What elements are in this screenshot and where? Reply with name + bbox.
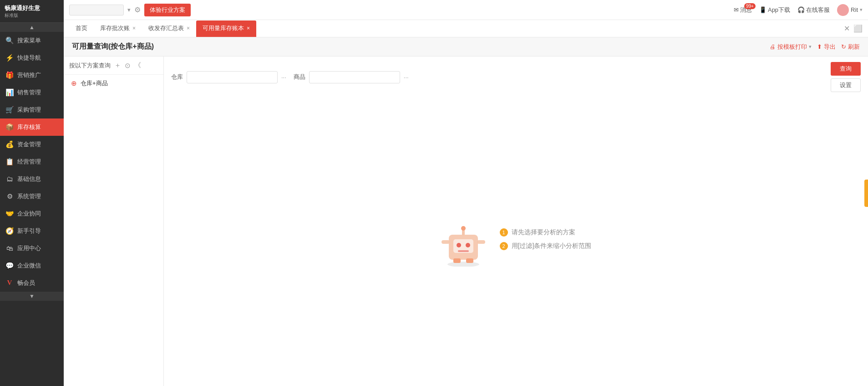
sidebar-item-basic[interactable]: 🗂 基础信息 xyxy=(0,170,64,188)
svg-rect-9 xyxy=(477,240,485,244)
tab-batch[interactable]: 库存批次账 × xyxy=(94,21,142,37)
sidebar-item-search[interactable]: 🔍 搜索菜单 xyxy=(0,32,64,49)
logo-badge: 标准版 xyxy=(5,12,59,19)
tab-available-close[interactable]: × xyxy=(247,25,250,31)
tab-collect[interactable]: 收发存汇总表 × xyxy=(142,21,196,37)
product-more-btn[interactable]: ··· xyxy=(404,74,409,81)
tab-batch-label: 库存批次账 xyxy=(100,24,130,32)
page-actions: 🖨 按模板打印 ▾ ⬆ 导出 ↻ 刷新 xyxy=(770,43,860,51)
step2-num: 2 xyxy=(500,242,508,250)
product-field-group: 商品 ··· xyxy=(294,71,409,83)
sidebar-item-label: 营销推广 xyxy=(17,71,41,79)
sidebar-item-label: 快捷导航 xyxy=(17,54,41,62)
phone-icon: 📱 xyxy=(759,6,766,13)
sidebar-item-enterprise[interactable]: 🤝 企业协同 xyxy=(0,205,64,222)
export-label: 导出 xyxy=(824,43,836,51)
tab-available[interactable]: 可用量库存账本 × xyxy=(196,21,256,37)
avatar xyxy=(837,4,849,16)
scheme-icon: ⊕ xyxy=(71,79,77,87)
chart-icon: 📊 xyxy=(5,88,14,97)
sidebar-item-shortcut[interactable]: ⚡ 快捷导航 xyxy=(0,49,64,67)
sidebar-item-sales[interactable]: 📊 销售管理 xyxy=(0,84,64,101)
industry-btn[interactable]: 体验行业方案 xyxy=(144,4,191,16)
svg-point-0 xyxy=(447,262,479,267)
empty-text: 1 请先选择要分析的方案 2 用[过滤]条件来缩小分析范围 xyxy=(500,228,592,250)
user-menu[interactable]: Rit ▾ xyxy=(837,4,863,16)
scheme-label: 仓库+商品 xyxy=(81,79,108,87)
clipboard-icon: 📋 xyxy=(5,158,14,166)
sidebar: 畅康通好生意 标准版 ▲ 🔍 搜索菜单 ⚡ 快捷导航 🎁 营销推广 📊 销售管理… xyxy=(0,0,64,386)
sidebar-scroll-up[interactable]: ▲ xyxy=(0,23,64,32)
filter-header-label: 按以下方案查询 xyxy=(69,62,111,70)
right-edge-indicator xyxy=(864,180,868,207)
tab-home[interactable]: 首页 xyxy=(69,21,94,37)
member-icon: V xyxy=(5,279,14,287)
sidebar-scroll-down[interactable]: ▼ xyxy=(0,292,64,301)
sidebar-item-purchase[interactable]: 🛒 采购管理 xyxy=(0,101,64,118)
filter-header: 按以下方案查询 ＋ ⊙ 《 xyxy=(64,57,163,75)
filter-panel: 按以下方案查询 ＋ ⊙ 《 ⊕ 仓库+商品 xyxy=(64,57,164,386)
lightning-icon: ⚡ xyxy=(5,54,14,62)
sidebar-item-label: 系统管理 xyxy=(17,192,41,201)
sidebar-item-label: 企业协同 xyxy=(17,210,41,218)
export-icon: ⬆ xyxy=(817,43,822,50)
window-close-icon[interactable]: ✕ xyxy=(844,24,850,33)
user-dropdown-icon: ▾ xyxy=(860,7,863,13)
online-service-btn[interactable]: 🎧 在线客服 xyxy=(797,6,830,14)
svg-rect-11 xyxy=(466,258,473,263)
scheme-warehouse-product[interactable]: ⊕ 仓库+商品 xyxy=(64,75,163,92)
window-maximize-icon[interactable]: ⬜ xyxy=(853,24,863,33)
sidebar-logo: 畅康通好生意 标准版 xyxy=(0,0,64,23)
wechat-icon: 💬 xyxy=(5,262,14,270)
warehouse-more-btn[interactable]: ··· xyxy=(281,74,286,81)
topbar-right: ✉ 消息 99+ 📱 App下载 🎧 在线客服 Rit ▾ xyxy=(734,4,863,16)
collapse-filter-icon[interactable]: 《 xyxy=(134,61,141,70)
svg-rect-8 xyxy=(442,240,450,244)
svg-point-4 xyxy=(466,243,470,247)
product-input[interactable] xyxy=(309,71,400,83)
sidebar-item-operation[interactable]: 📋 经营管理 xyxy=(0,153,64,170)
bell-icon: ✉ xyxy=(734,6,739,13)
empty-step1: 1 请先选择要分析的方案 xyxy=(500,228,592,237)
print-btn[interactable]: 🖨 按模板打印 ▾ xyxy=(770,43,812,51)
app-download-btn[interactable]: 📱 App下载 xyxy=(759,6,790,14)
sidebar-item-system[interactable]: ⚙ 系统管理 xyxy=(0,188,64,205)
sidebar-item-appstore[interactable]: 🛍 应用中心 xyxy=(0,240,64,257)
sidebar-item-wechat[interactable]: 💬 企业微信 xyxy=(0,257,64,274)
settings-button[interactable]: 设置 xyxy=(831,78,861,92)
settings-gear-icon[interactable]: ⚙ xyxy=(134,5,141,14)
sidebar-item-marketing[interactable]: 🎁 营销推广 xyxy=(0,67,64,84)
sidebar-item-label: 销售管理 xyxy=(17,88,41,97)
tab-collect-close[interactable]: × xyxy=(187,25,190,31)
edit-scheme-icon[interactable]: ⊙ xyxy=(125,62,131,70)
query-btn-group: 查询 设置 xyxy=(831,62,861,92)
query-button[interactable]: 查询 xyxy=(831,62,861,76)
sidebar-item-label: 畅会员 xyxy=(17,279,35,287)
tabbar: 首页 库存批次账 × 收发存汇总表 × 可用量库存账本 × ✕ ⬜ xyxy=(64,20,868,37)
sidebar-item-newbie[interactable]: 🧭 新手引导 xyxy=(0,222,64,240)
search-dropdown-icon[interactable]: ▾ xyxy=(127,6,131,13)
search-icon: 🔍 xyxy=(5,36,14,45)
empty-step2: 2 用[过滤]条件来缩小分析范围 xyxy=(500,242,592,250)
user-name: Rit xyxy=(851,6,858,13)
topbar: ▾ ⚙ 体验行业方案 ✉ 消息 99+ 📱 App下载 🎧 在线客服 Rit ▾ xyxy=(64,0,868,20)
online-service-label: 在线客服 xyxy=(806,6,830,14)
tab-batch-close[interactable]: × xyxy=(132,25,136,31)
sidebar-item-label: 采购管理 xyxy=(17,106,41,114)
export-btn[interactable]: ⬆ 导出 xyxy=(817,43,836,51)
gear-icon: ⚙ xyxy=(5,192,14,201)
step2-text: 用[过滤]条件来缩小分析范围 xyxy=(512,242,592,250)
warehouse-input[interactable] xyxy=(187,71,278,83)
refresh-btn[interactable]: ↻ 刷新 xyxy=(841,43,860,51)
page-header: 可用量查询(按仓库+商品) 🖨 按模板打印 ▾ ⬆ 导出 ↻ 刷新 xyxy=(64,37,868,57)
svg-point-7 xyxy=(461,226,466,231)
topbar-search-input[interactable] xyxy=(69,5,124,15)
sidebar-item-finance[interactable]: 💰 资金管理 xyxy=(0,136,64,153)
print-icon: 🖨 xyxy=(770,43,776,50)
sidebar-item-inventory[interactable]: 📦 库存核算 xyxy=(0,118,64,136)
sidebar-item-label: 新手引导 xyxy=(17,227,41,235)
notification-btn[interactable]: ✉ 消息 99+ xyxy=(734,6,752,14)
sidebar-item-member[interactable]: V 畅会员 xyxy=(0,274,64,292)
refresh-icon: ↻ xyxy=(841,43,846,50)
add-scheme-icon[interactable]: ＋ xyxy=(114,61,121,70)
